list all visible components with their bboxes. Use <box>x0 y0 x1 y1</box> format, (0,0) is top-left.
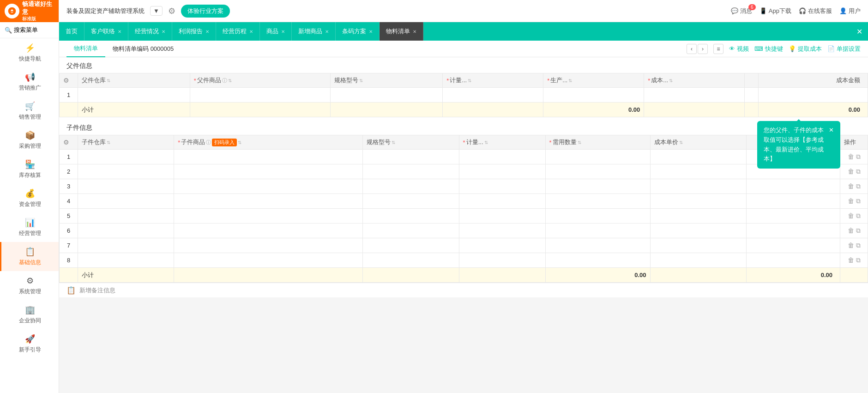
child-row-1-goods[interactable] <box>174 150 363 164</box>
tab-profit-close[interactable]: ✕ <box>205 29 209 34</box>
tab-customer-close[interactable]: ✕ <box>118 29 121 34</box>
child-row-3-spec[interactable] <box>363 179 459 194</box>
copy-icon-row-2[interactable]: ⧉ <box>856 168 861 175</box>
parent-row-1-spec[interactable] <box>331 88 443 103</box>
child-row-7-goods[interactable] <box>174 238 363 253</box>
tab-operations-status[interactable]: 经营情况 ✕ <box>128 22 172 41</box>
user-avatar[interactable]: 👤 用户 <box>839 7 861 15</box>
delete-icon-row-1[interactable]: 🗑 <box>848 153 854 161</box>
delete-icon-row-2[interactable]: 🗑 <box>848 168 854 175</box>
child-row-4-warehouse[interactable] <box>78 194 174 209</box>
tab-bom-close[interactable]: ✕ <box>413 29 416 34</box>
tab-ops-close[interactable]: ✕ <box>162 29 165 34</box>
copy-icon-row-3[interactable]: ⧉ <box>856 182 861 190</box>
col-settings-icon[interactable]: ⚙ <box>63 77 69 84</box>
tab-add-goods[interactable]: 新增商品 ✕ <box>292 22 336 41</box>
child-row-8-unit[interactable] <box>459 253 545 268</box>
sidebar-search[interactable]: 🔍 搜索菜单 <box>0 22 59 38</box>
child-row-1-spec[interactable] <box>363 150 459 164</box>
tab-barcode[interactable]: 条码方案 ✕ <box>336 22 380 41</box>
child-row-3-unit[interactable] <box>459 179 545 194</box>
sidebar-item-enterprise[interactable]: 🏢 企业协同 <box>0 300 59 329</box>
action-single-invoice[interactable]: 📄 单据设置 <box>827 45 861 53</box>
child-row-6-quantity[interactable] <box>545 224 650 238</box>
tab-goods[interactable]: 商品 ✕ <box>260 22 292 41</box>
child-row-2-quantity[interactable] <box>545 164 650 179</box>
child-row-1-warehouse[interactable] <box>78 150 174 164</box>
child-row-5-warehouse[interactable] <box>78 209 174 224</box>
parent-row-1-cost[interactable] <box>644 88 745 103</box>
child-row-8-goods[interactable] <box>174 253 363 268</box>
copy-icon-row-1[interactable]: ⧉ <box>856 153 861 161</box>
child-row-6-warehouse[interactable] <box>78 224 174 238</box>
child-row-4-unit[interactable] <box>459 194 545 209</box>
child-row-7-unit-cost[interactable] <box>650 238 746 253</box>
child-row-8-unit-cost[interactable] <box>650 253 746 268</box>
child-row-3-quantity[interactable] <box>545 179 650 194</box>
child-row-2-warehouse[interactable] <box>78 164 174 179</box>
delete-icon-row-8[interactable]: 🗑 <box>848 256 854 264</box>
child-row-2-goods[interactable] <box>174 164 363 179</box>
tab-ops-hist-close[interactable]: ✕ <box>249 29 253 34</box>
tab-ops-history[interactable]: 经营历程 ✕ <box>216 22 260 41</box>
child-row-7-unit[interactable] <box>459 238 545 253</box>
child-row-6-goods[interactable] <box>174 224 363 238</box>
parent-row-1-goods[interactable] <box>190 88 331 103</box>
tab-customer[interactable]: 客户联络 ✕ <box>84 22 128 41</box>
child-row-2-unit-cost[interactable] <box>650 164 746 179</box>
action-extract-cost[interactable]: 💡 提取成本 <box>789 45 822 53</box>
parent-row-1-production[interactable] <box>543 88 644 103</box>
copy-icon-row-5[interactable]: ⧉ <box>856 212 861 220</box>
sidebar-item-guide[interactable]: 🚀 新手引导 <box>0 329 59 358</box>
delete-icon-row-4[interactable]: 🗑 <box>848 197 854 205</box>
tab-add-goods-close[interactable]: ✕ <box>325 29 329 34</box>
child-row-8-spec[interactable] <box>363 253 459 268</box>
child-row-4-quantity[interactable] <box>545 194 650 209</box>
tab-barcode-close[interactable]: ✕ <box>369 29 373 34</box>
copy-icon-row-6[interactable]: ⧉ <box>856 227 861 235</box>
action-shortcut[interactable]: ⌨ 快捷键 <box>754 45 783 53</box>
child-row-7-quantity[interactable] <box>545 238 650 253</box>
child-row-3-unit-cost[interactable] <box>650 179 746 194</box>
sidebar-item-inventory[interactable]: 🏪 库存核算 <box>0 155 59 184</box>
child-row-3-goods[interactable] <box>174 179 363 194</box>
system-select[interactable]: ▼ <box>150 6 163 16</box>
tooltip-close[interactable]: ✕ <box>829 126 834 135</box>
child-row-6-unit-cost[interactable] <box>650 224 746 238</box>
settings-button[interactable]: ⚙ <box>168 6 175 16</box>
sidebar-item-purchase[interactable]: 📦 采购管理 <box>0 126 59 155</box>
sidebar-item-finance[interactable]: 💰 资金管理 <box>0 184 59 213</box>
action-view[interactable]: 👁 视频 <box>729 45 749 53</box>
child-row-3-warehouse[interactable] <box>78 179 174 194</box>
sidebar-item-marketing[interactable]: 📢 营销推广 <box>0 67 59 97</box>
delete-icon-row-5[interactable]: 🗑 <box>848 212 854 220</box>
child-row-5-unit-cost[interactable] <box>650 209 746 224</box>
copy-icon-row-4[interactable]: ⧉ <box>856 197 861 205</box>
child-row-2-unit[interactable] <box>459 164 545 179</box>
delete-icon-row-7[interactable]: 🗑 <box>848 242 854 249</box>
child-row-6-unit[interactable] <box>459 224 545 238</box>
child-row-1-quantity[interactable] <box>545 150 650 164</box>
delete-icon-row-6[interactable]: 🗑 <box>848 227 854 235</box>
child-row-8-quantity[interactable] <box>545 253 650 268</box>
scan-badge[interactable]: 扫码录入 <box>212 139 237 146</box>
child-row-4-goods[interactable] <box>174 194 363 209</box>
tabbar-close-all[interactable]: ✕ <box>851 22 868 41</box>
sub-tab-bom[interactable]: 物料清单 <box>66 41 105 57</box>
trial-button[interactable]: 体验行业方案 <box>181 5 230 18</box>
child-row-1-unit-cost[interactable] <box>650 150 746 164</box>
bottom-hint[interactable]: 📋 新增备注信息 <box>59 283 868 297</box>
child-row-7-spec[interactable] <box>363 238 459 253</box>
tab-home[interactable]: 首页 <box>59 22 84 41</box>
online-service-button[interactable]: 🎧 在线客服 <box>799 7 832 15</box>
tab-profit-report[interactable]: 利润报告 ✕ <box>172 22 216 41</box>
sidebar-item-basic-info[interactable]: 📋 基础信息 <box>0 242 59 271</box>
prev-button[interactable]: ‹ <box>687 44 697 54</box>
next-button[interactable]: › <box>698 44 708 54</box>
child-row-5-goods[interactable] <box>174 209 363 224</box>
parent-row-1-unit[interactable] <box>443 88 543 103</box>
child-row-1-unit[interactable] <box>459 150 545 164</box>
child-row-2-spec[interactable] <box>363 164 459 179</box>
child-col-settings-icon[interactable]: ⚙ <box>63 139 69 146</box>
parent-row-1-warehouse[interactable] <box>78 88 190 103</box>
